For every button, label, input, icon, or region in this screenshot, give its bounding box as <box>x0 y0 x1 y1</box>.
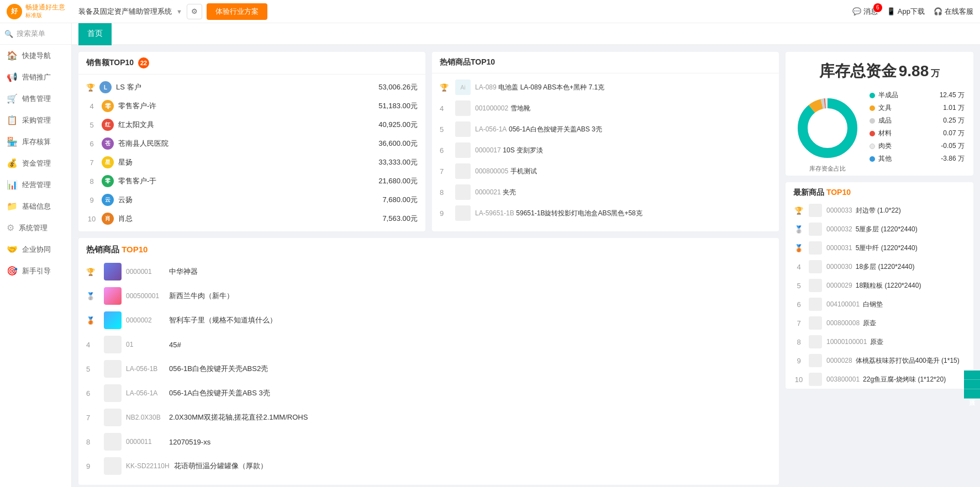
legend-item: 半成品 12.45 万 <box>870 91 965 100</box>
app-download-button[interactable]: 📱 App下载 <box>887 7 925 17</box>
sidebar-item-inventory[interactable]: 🏪 库存核算 <box>0 131 71 152</box>
sidebar-item-finance[interactable]: 💰 资金管理 <box>0 152 71 174</box>
hot-product-image <box>104 433 122 451</box>
prod-rank-item: 6 0000017 10S 变刻罗淡 <box>432 140 779 161</box>
legend-item: 成品 0.25 万 <box>870 116 965 125</box>
newest-img <box>809 204 822 217</box>
sidebar-item-basics[interactable]: 📁 基础信息 <box>0 195 71 217</box>
hot-products-header: 热销商品 TOP10 <box>78 238 779 260</box>
hot-sold-panel: 热销商品TOP10 🏆 Ai LA-089 电池盖 LA-089 ABS本色+黑… <box>432 52 779 231</box>
message-button[interactable]: 💬 消息 6 <box>852 7 878 17</box>
newest-item: 🥈 0000032 5厘多层 (1220*2440) <box>786 220 973 239</box>
hot-item: 🥈 000500001 新西兰牛肉（新牛） <box>78 284 779 308</box>
rank-item: 4 零 零售客户-许 51,183.00元 <box>78 97 425 115</box>
folder-icon: 📁 <box>7 201 18 211</box>
newest-img <box>809 223 822 236</box>
svg-point-1 <box>803 103 852 153</box>
product-image <box>455 142 471 158</box>
left-panels: 销售额TOP10 22 🏆 L LS 客户 53,006.26元 4 <box>78 52 779 485</box>
sidebar-item-sales[interactable]: 🛒 销售管理 <box>0 88 71 109</box>
hot-products-panel: 热销商品 TOP10 🏆 0000001 中华神器 🥈 000500001 新西… <box>78 238 779 485</box>
newest-item: 🏆 0000033 封边带 (1.0*22) <box>786 201 973 220</box>
logo-area: 好 畅捷通好生意 标准版 <box>7 3 78 20</box>
hot-item: 6 LA-056-1A 056-1A白色按键开关盖ABS 3壳 <box>78 381 779 405</box>
newest-img <box>809 316 822 330</box>
newest-img <box>809 279 822 292</box>
content-area: 销售额TOP10 22 🏆 L LS 客户 53,006.26元 4 <box>72 45 980 487</box>
warehouse-icon: 🏪 <box>7 136 18 147</box>
sidebar-item-collab[interactable]: 🤝 企业协同 <box>0 239 71 260</box>
hot-sold-title: 热销商品TOP10 <box>440 57 495 67</box>
newest-img <box>809 298 822 311</box>
legend-item: 材料 0.07 万 <box>870 129 965 138</box>
home-icon: 🏠 <box>7 50 18 61</box>
trial-button[interactable]: 体验行业方案 <box>207 3 267 20</box>
sidebar-item-system[interactable]: ⚙ 系统管理 <box>0 217 71 239</box>
megaphone-icon: 📢 <box>7 72 18 82</box>
newest-products-panel: 最新商品 TOP10 🏆 0000033 封边带 (1.0*22) 🥈 <box>786 182 973 389</box>
rank-medal: 苍 <box>102 137 114 150</box>
gear-button[interactable]: ⚙ <box>187 4 202 19</box>
search-menu[interactable]: 🔍 搜索菜单 <box>0 23 71 45</box>
newest-products-header: 最新商品 TOP10 <box>786 182 973 201</box>
prod-rank-item: 9 LA-59651-1B 59651-1B旋转投影灯电池盒ABS黑色+58克 <box>432 203 779 224</box>
customer-service-button[interactable]: 客服热线 <box>964 370 980 380</box>
customer-sales-title: 销售额TOP10 <box>86 58 134 68</box>
inventory-panel: 库存总资金 9.88 万 <box>786 52 973 176</box>
hot-item: 🏆 0000001 中华神器 <box>78 260 779 284</box>
sidebar-item-quicknav[interactable]: 🏠 快捷导航 <box>0 45 71 66</box>
online-service-button[interactable]: 🎧 在线客服 <box>934 7 973 17</box>
live-button[interactable]: 直播 <box>964 389 980 399</box>
product-image <box>455 121 471 137</box>
hot-product-image <box>104 360 122 378</box>
sidebar-label-purchase: 采购管理 <box>22 115 51 125</box>
donut-chart: 库存资金占比 <box>794 95 861 163</box>
newest-item: 9 0000028 体桃荔枝味苏打饮品400毫升 (1*15) <box>786 351 973 370</box>
phone-icon: 📱 <box>887 7 895 15</box>
float-buttons: 客服热线 服务社区 直播 <box>964 370 980 399</box>
message-icon: 💬 <box>852 7 861 15</box>
sidebar-label-basics: 基础信息 <box>22 202 51 211</box>
customer-rank-list: 🏆 L LS 客户 53,006.26元 4 零 零售客户-许 51,183.0… <box>78 75 425 231</box>
rank-medal: 星 <box>102 156 114 168</box>
money-icon: 💰 <box>7 158 18 168</box>
logo-text: 畅捷通好生意 标准版 <box>25 3 65 20</box>
sidebar-item-guide[interactable]: 🎯 新手引导 <box>0 260 71 282</box>
product-image <box>455 184 471 200</box>
newest-item: 4 0000030 18多层 (1220*2440) <box>786 257 973 276</box>
newest-img <box>809 260 822 273</box>
newest-products-list: 🏆 0000033 封边带 (1.0*22) 🥈 0000032 5厘多层 (1… <box>786 201 973 389</box>
prod-rank-item: 7 000800005 手机测试 <box>432 161 779 182</box>
system-name: 装备及固定资产辅助管理系统 <box>78 7 172 17</box>
sidebar-label-quicknav: 快捷导航 <box>22 51 51 61</box>
prod-rank-item: 4 001000002 雪地靴 <box>432 98 779 119</box>
hot-product-image <box>104 311 122 329</box>
sidebar-label-operations: 经营管理 <box>22 180 51 190</box>
rank-medal: 肖 <box>102 213 114 225</box>
service-community-button[interactable]: 服务社区 <box>964 380 980 389</box>
tab-home[interactable]: 首页 <box>78 23 112 45</box>
sidebar-item-operations[interactable]: 📊 经营管理 <box>0 174 71 195</box>
cart-icon: 🛒 <box>7 93 18 104</box>
gold-trophy-icon: 🏆 <box>86 83 95 92</box>
rank-medal: L <box>99 81 112 93</box>
header-right: 💬 消息 6 📱 App下载 🎧 在线客服 <box>852 7 973 17</box>
customer-sales-header: 销售额TOP10 22 <box>78 52 425 75</box>
hot-sold-list: 🏆 Ai LA-089 电池盖 LA-089 ABS本色+黑种 7.1克 4 <box>432 73 779 227</box>
chevron-down-icon[interactable]: ▼ <box>176 8 182 15</box>
chart-label: 库存资金占比 <box>809 165 846 173</box>
rank-item: 8 零 零售客户-于 21,680.00元 <box>78 172 425 190</box>
sidebar-item-marketing[interactable]: 📢 营销推广 <box>0 66 71 88</box>
hot-item: 7 NB2.0X30B 2.0X30MM双搓花轴,搓花直径2.1MM/ROHS <box>78 405 779 430</box>
rank-item: 9 云 云扬 7,680.00元 <box>78 190 425 209</box>
newest-item: 8 10000100001 原壶 <box>786 332 973 351</box>
newest-item: 5 0000029 18颗粒板 (1220*2440) <box>786 276 973 295</box>
main-content: 首页 销售额TOP10 22 🏆 L LS <box>72 23 980 487</box>
sidebar-item-purchase[interactable]: 📋 采购管理 <box>0 109 71 131</box>
prod-rank-item: 5 LA-056-1A 056-1A白色按键开关盖ABS 3壳 <box>432 119 779 140</box>
newest-item: 7 000800008 原壶 <box>786 314 973 332</box>
sidebar-label-finance: 资金管理 <box>22 158 51 168</box>
legend-dot <box>870 144 875 149</box>
rank-medal: 云 <box>102 194 114 206</box>
newest-item: 🥉 0000031 5厘中纤 (1220*2440) <box>786 239 973 257</box>
